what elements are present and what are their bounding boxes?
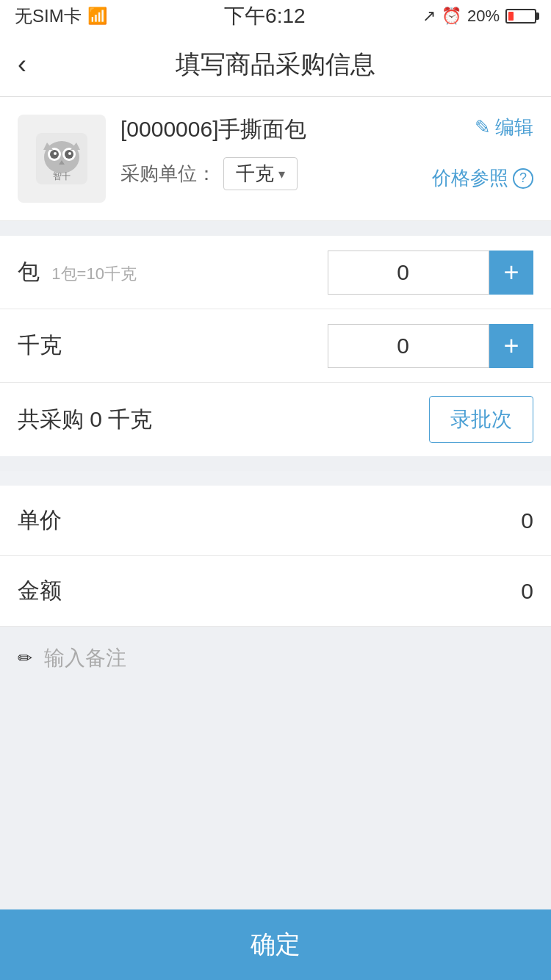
input-section: 包 1包=10千克 + 千克 + 共采购 0 千克 录批次 <box>0 236 551 456</box>
page-title: 填写商品采购信息 <box>176 48 375 82</box>
edit-label: 编辑 <box>495 115 533 140</box>
svg-point-6 <box>54 152 57 155</box>
price-ref-label: 价格参照 <box>432 165 508 191</box>
pencil-icon: ✏ <box>18 648 32 669</box>
status-left: 无SIM卡 📶 <box>15 4 107 28</box>
status-right: ↗ ⏰ 20% <box>422 7 536 26</box>
unit-price-row: 单价 0 <box>0 486 551 556</box>
product-name: [0000006]手撕面包 <box>120 115 306 145</box>
purchase-unit: 采购单位： 千克 ▾ <box>120 157 298 190</box>
chevron-down-icon: ▾ <box>278 166 285 182</box>
notes-placeholder: 输入备注 <box>44 644 126 672</box>
kg-input-row: 千克 + <box>0 309 551 383</box>
bag-sub-label: 1包=10千克 <box>51 264 137 283</box>
divider-1 <box>0 221 551 236</box>
alarm-icon: ⏰ <box>442 7 461 26</box>
edit-icon: ✎ <box>475 116 491 139</box>
bag-input-row: 包 1包=10千克 + <box>0 236 551 309</box>
amount-label: 金额 <box>18 576 62 606</box>
svg-point-7 <box>68 152 71 155</box>
bag-label: 包 1包=10千克 <box>18 257 328 287</box>
total-label: 共采购 <box>18 407 84 431</box>
total-unit: 千克 <box>108 407 152 431</box>
battery-icon <box>505 9 536 24</box>
svg-text:智十: 智十 <box>53 171 71 181</box>
price-ref-button[interactable]: 价格参照 ? <box>432 165 533 191</box>
kg-input-control: + <box>328 324 533 368</box>
product-logo: 智十 <box>32 129 91 188</box>
unit-price-label: 单价 <box>18 505 62 536</box>
unit-select[interactable]: 千克 ▾ <box>223 157 298 190</box>
battery-percent: 20% <box>467 7 500 26</box>
kg-quantity-input[interactable] <box>328 324 489 368</box>
info-section: 单价 0 金额 0 <box>0 486 551 627</box>
total-row: 共采购 0 千克 录批次 <box>0 383 551 456</box>
unit-price-value: 0 <box>521 508 533 533</box>
bag-plus-button[interactable]: + <box>489 251 533 295</box>
kg-plus-button[interactable]: + <box>489 324 533 368</box>
nav-bar: ‹ 填写商品采购信息 <box>0 32 551 97</box>
product-image: 智十 <box>18 115 106 203</box>
status-time: 下午6:12 <box>224 2 306 30</box>
product-info: [0000006]手撕面包 ✎ 编辑 采购单位： 千克 ▾ 价格参照 ? <box>120 115 533 191</box>
bag-input-control: + <box>328 251 533 295</box>
wifi-icon: 📶 <box>87 7 107 26</box>
notes-section[interactable]: ✏ 输入备注 <box>0 627 551 690</box>
bag-quantity-input[interactable] <box>328 251 489 295</box>
batch-button[interactable]: 录批次 <box>429 396 533 443</box>
battery-fill <box>508 12 514 21</box>
product-meta: 采购单位： 千克 ▾ 价格参照 ? <box>120 156 533 191</box>
location-icon: ↗ <box>422 7 436 26</box>
edit-button[interactable]: ✎ 编辑 <box>475 115 533 140</box>
divider-2 <box>0 456 551 471</box>
unit-value: 千克 <box>236 161 274 187</box>
product-card: 智十 [0000006]手撕面包 ✎ 编辑 采购单位： 千克 ▾ <box>0 97 551 221</box>
kg-label: 千克 <box>18 331 328 361</box>
back-button[interactable]: ‹ <box>18 49 26 80</box>
total-text: 共采购 0 千克 <box>18 405 152 435</box>
status-bar: 无SIM卡 📶 下午6:12 ↗ ⏰ 20% <box>0 0 551 32</box>
confirm-button[interactable]: 确定 <box>0 909 551 980</box>
purchase-unit-label: 采购单位： <box>120 161 216 187</box>
info-icon: ? <box>513 168 533 189</box>
total-amount: 0 <box>90 407 102 431</box>
amount-value: 0 <box>521 579 533 604</box>
carrier-text: 无SIM卡 <box>15 4 82 28</box>
amount-row: 金额 0 <box>0 556 551 627</box>
